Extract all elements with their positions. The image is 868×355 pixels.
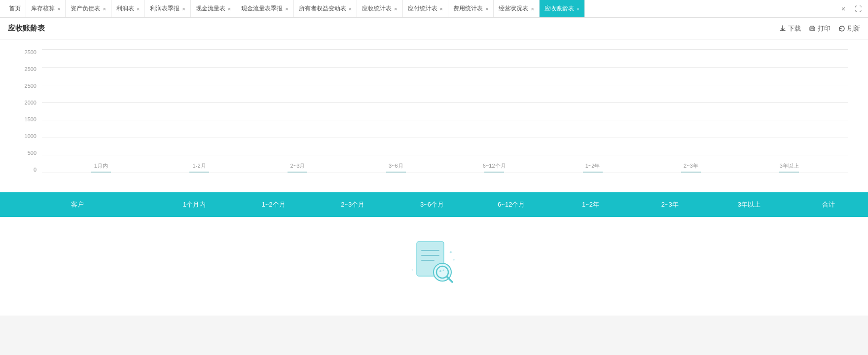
tab-close-equity[interactable]: × [349,6,352,12]
bars-container [42,49,848,173]
svg-text:✦: ✦ [449,249,453,255]
print-button[interactable]: 打印 [809,24,831,33]
empty-document-icon: ✦ ✦ ✦ [407,237,461,286]
tab-bar: 首页 库存核算 × 资产负债表 × 利润表 × 利润表季报 × 现金流量表 × … [0,0,868,18]
x-label-2-3年: 2~3年 [679,162,703,170]
refresh-icon [838,25,845,32]
table-header: 客户 1个月内 1~2个月 2~3个月 3~6个月 6~12个月 1~2年 2~… [0,192,868,217]
tab-close-inventory[interactable]: × [57,6,60,12]
th-2-3year: 2~3年 [630,200,710,209]
th-1month: 1个月内 [154,200,234,209]
grid-line-bottom [42,173,848,173]
header-actions: 下载 打印 刷新 [779,24,860,33]
page-title: 应收账龄表 [8,24,45,33]
print-icon [809,25,816,32]
x-label-1月内: 1月内 [89,162,113,170]
empty-state: ✦ ✦ ✦ [0,217,868,316]
y-label-2500c: 2500 [25,83,36,89]
svg-text:✦: ✦ [411,268,414,272]
tab-close-profit-quarterly[interactable]: × [182,6,185,12]
tab-close-profit-loss[interactable]: × [137,6,140,12]
tab-close-operations[interactable]: × [531,6,534,12]
y-label-1000: 1000 [25,133,36,139]
tab-profit-quarterly[interactable]: 利润表季报 × [145,0,190,18]
y-label-2000: 2000 [25,100,36,106]
window-maximize-button[interactable]: ⛶ [852,3,864,15]
tab-inventory[interactable]: 库存核算 × [26,0,66,18]
refresh-button[interactable]: 刷新 [838,24,860,33]
th-total: 合计 [789,200,868,209]
tab-operations[interactable]: 经营状况表 × [494,0,539,18]
tab-balance-sheet[interactable]: 资产负债表 × [66,0,111,18]
th-1-2month: 1~2个月 [234,200,313,209]
svg-point-10 [439,270,441,272]
empty-icon: ✦ ✦ ✦ [404,237,464,286]
tab-ap-stats[interactable]: 应付统计表 × [403,0,448,18]
download-icon [779,25,786,32]
tab-ar-aging[interactable]: 应收账龄表 × [540,0,585,18]
x-label-1-2月: 1-2月 [187,162,212,170]
y-label-0: 0 [34,167,36,173]
tab-bar-actions: × ⛶ [837,3,864,15]
th-2-3month: 2~3个月 [313,200,393,209]
th-customer: 客户 [0,200,154,209]
window-close-button[interactable]: × [837,3,849,15]
tab-close-ap-stats[interactable]: × [440,6,443,12]
download-button[interactable]: 下载 [779,24,801,33]
x-label-3-6月: 3~6月 [384,162,408,170]
svg-text:✦: ✦ [452,258,456,262]
x-axis: 1月内 1-2月 2~3月 3~6月 6~12个月 1~2年 2~3年 3年以上 [42,159,848,173]
main-content: 2500 2500 2500 2000 1500 1000 500 0 [0,39,868,316]
x-label-3年以上: 3年以上 [777,162,801,170]
page-header: 应收账龄表 下载 打印 刷新 [0,18,868,39]
th-3-6month: 3~6个月 [393,200,472,209]
x-label-1-2年: 1~2年 [580,162,605,170]
tab-close-expense-stats[interactable]: × [485,6,488,12]
y-label-1500: 1500 [25,116,36,122]
tab-expense-stats[interactable]: 费用统计表 × [448,0,494,18]
y-label-2500b: 2500 [25,66,36,72]
chart-plot: 1月内 1-2月 2~3月 3~6月 6~12个月 1~2年 2~3年 3年以上 [42,49,848,173]
tab-equity[interactable]: 所有者权益变动表 × [294,0,357,18]
x-label-6-12月: 6~12个月 [482,162,506,170]
th-1-2year: 1~2年 [551,200,630,209]
th-6-12month: 6~12个月 [471,200,551,209]
y-label-2500a: 2500 [25,49,36,55]
tab-close-ar-aging[interactable]: × [577,6,579,12]
chart-area: 2500 2500 2500 2000 1500 1000 500 0 [0,39,868,192]
tab-ar-stats[interactable]: 应收统计表 × [357,0,402,18]
tab-close-cashflow[interactable]: × [228,6,231,12]
y-axis: 2500 2500 2500 2000 1500 1000 500 0 [20,49,39,173]
svg-rect-1 [811,29,814,30]
svg-point-11 [443,270,444,271]
y-label-500: 500 [28,150,36,156]
tab-close-cashflow-quarterly[interactable]: × [285,6,288,12]
tab-profit-loss[interactable]: 利润表 × [111,0,145,18]
th-3year-plus: 3年以上 [710,200,789,209]
tab-cashflow[interactable]: 现金流量表 × [191,0,236,18]
x-label-2-3月: 2~3月 [285,162,310,170]
chart-container: 2500 2500 2500 2000 1500 1000 500 0 [20,49,848,187]
tab-close-balance-sheet[interactable]: × [103,6,106,12]
tab-cashflow-quarterly[interactable]: 现金流量表季报 × [236,0,293,18]
tab-close-ar-stats[interactable]: × [394,6,397,12]
tab-home[interactable]: 首页 [4,0,26,18]
